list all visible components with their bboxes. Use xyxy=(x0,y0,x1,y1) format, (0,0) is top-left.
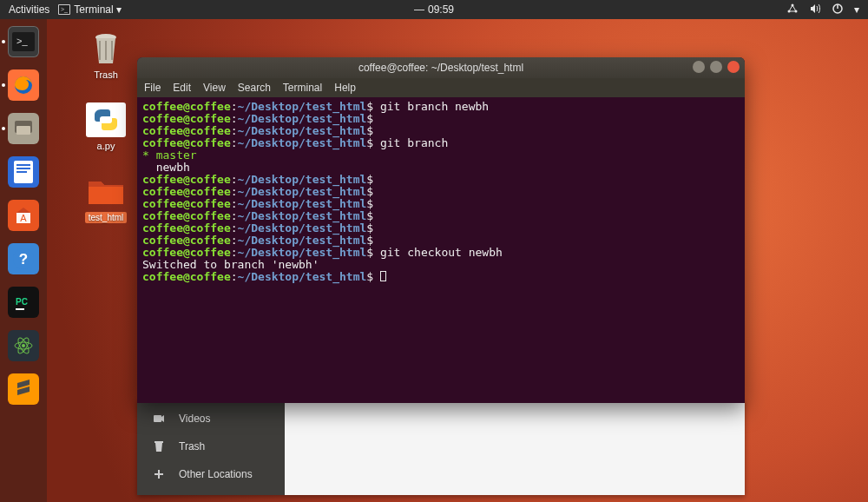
clock[interactable]: — 09:59 xyxy=(414,3,454,16)
dock-software[interactable]: A xyxy=(8,200,39,231)
desktop-folder-testhtml[interactable]: test_html xyxy=(78,174,134,223)
dock-sublime[interactable] xyxy=(8,373,39,405)
app-menu-label: Terminal ▾ xyxy=(74,3,122,16)
dock-terminal[interactable]: >_ xyxy=(8,26,39,57)
svg-rect-29 xyxy=(155,441,163,443)
dock-writer[interactable] xyxy=(8,156,39,188)
window-titlebar[interactable]: coffee@coffee: ~/Desktop/test_html xyxy=(137,57,745,78)
app-menu-indicator[interactable]: >_ Terminal ▾ xyxy=(58,3,122,16)
files-content-area[interactable] xyxy=(285,400,745,495)
svg-rect-31 xyxy=(155,473,163,475)
svg-point-23 xyxy=(22,344,25,347)
chevron-down-icon[interactable]: ▾ xyxy=(854,3,859,16)
svg-text:?: ? xyxy=(19,251,28,268)
svg-rect-22 xyxy=(16,308,24,310)
svg-text:>_: >_ xyxy=(16,36,28,46)
activities-button[interactable]: Activities xyxy=(9,3,49,16)
svg-text:PC: PC xyxy=(16,297,28,307)
sidebar-item-other-locations[interactable]: Other Locations xyxy=(137,460,285,488)
terminal-menubar: File Edit View Search Terminal Help xyxy=(137,78,745,97)
menu-search[interactable]: Search xyxy=(238,82,271,94)
menu-edit[interactable]: Edit xyxy=(173,82,191,94)
volume-icon[interactable] xyxy=(809,3,821,17)
plus-icon xyxy=(153,468,165,480)
sidebar-item-trash[interactable]: Trash xyxy=(137,433,285,460)
power-icon[interactable] xyxy=(832,3,844,17)
top-bar: Activities >_ Terminal ▾ — 09:59 ▾ xyxy=(0,0,868,19)
dock-firefox[interactable] xyxy=(8,69,39,101)
desktop-file-apy[interactable]: a.py xyxy=(78,102,134,151)
network-icon[interactable] xyxy=(786,3,799,17)
menu-help[interactable]: Help xyxy=(334,82,356,94)
dock-help[interactable]: ? xyxy=(8,243,39,274)
menu-file[interactable]: File xyxy=(144,82,161,94)
svg-rect-12 xyxy=(16,126,30,135)
folder-icon xyxy=(86,174,126,208)
svg-rect-16 xyxy=(16,171,27,173)
files-window: Videos Trash Other Locations xyxy=(137,400,745,495)
sidebar-item-videos[interactable]: Videos xyxy=(137,405,285,433)
terminal-window: coffee@coffee: ~/Desktop/test_html File … xyxy=(137,57,745,403)
sidebar-item-label: Other Locations xyxy=(179,468,253,480)
window-minimize-button[interactable] xyxy=(693,61,705,73)
dock: >_ A ? PC xyxy=(0,19,47,502)
svg-rect-14 xyxy=(16,164,30,166)
trash-icon xyxy=(86,31,126,66)
trash-icon xyxy=(153,440,165,452)
menu-view[interactable]: View xyxy=(203,82,226,94)
svg-text:>_: >_ xyxy=(61,6,68,13)
terminal-icon: >_ xyxy=(58,4,70,15)
sidebar-item-label: Trash xyxy=(179,440,205,452)
terminal-content[interactable]: coffee@coffee:~/Desktop/test_html$ git b… xyxy=(137,97,745,287)
window-maximize-button[interactable] xyxy=(710,61,722,73)
svg-rect-28 xyxy=(154,415,161,422)
files-sidebar: Videos Trash Other Locations xyxy=(137,400,285,495)
window-title: coffee@coffee: ~/Desktop/test_html xyxy=(358,62,523,74)
sidebar-item-label: Videos xyxy=(179,413,210,425)
window-close-button[interactable] xyxy=(727,61,740,73)
dock-files[interactable] xyxy=(8,113,39,144)
desktop-trash-label: Trash xyxy=(94,69,118,80)
svg-text:A: A xyxy=(20,213,27,223)
video-icon xyxy=(153,413,165,425)
dock-pycharm[interactable]: PC xyxy=(8,287,39,318)
python-file-icon xyxy=(86,102,126,137)
desktop-apy-label: a.py xyxy=(97,141,115,151)
dock-atom[interactable] xyxy=(8,330,39,361)
desktop-folder-label: test_html xyxy=(85,212,128,223)
desktop-trash[interactable]: Trash xyxy=(78,31,134,80)
menu-terminal[interactable]: Terminal xyxy=(283,82,322,94)
svg-rect-15 xyxy=(16,168,30,169)
